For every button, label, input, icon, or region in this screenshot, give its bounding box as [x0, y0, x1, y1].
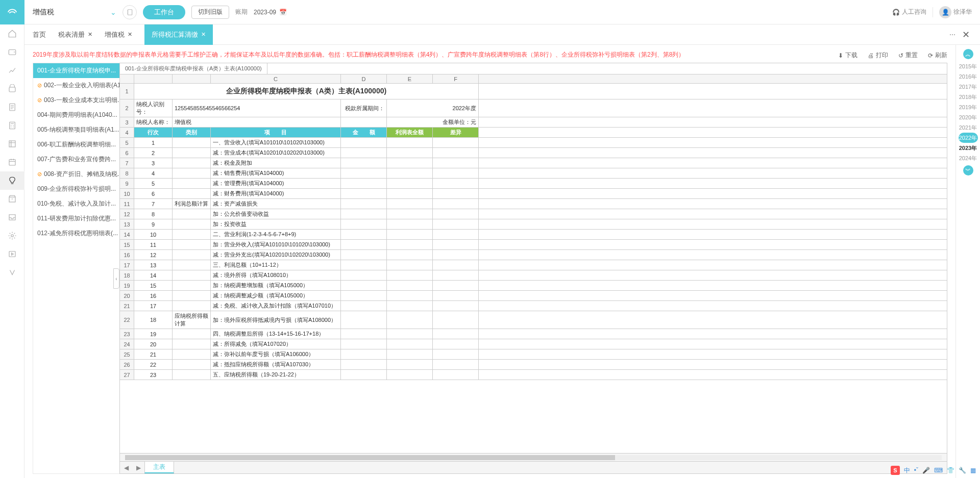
amount-cell[interactable] — [341, 329, 387, 339]
year-down-icon[interactable]: ︾ — [963, 165, 973, 175]
diff-cell[interactable] — [433, 199, 479, 209]
amount-cell[interactable] — [341, 339, 387, 349]
diff-cell[interactable] — [433, 260, 479, 270]
diff-cell[interactable] — [433, 230, 479, 239]
pl-cell[interactable] — [387, 360, 433, 369]
period-picker[interactable]: 2023-09 📅 — [254, 9, 287, 16]
close-icon[interactable]: ✕ — [128, 31, 132, 38]
pl-cell[interactable] — [387, 301, 433, 311]
year-chip[interactable]: 2022年 — [959, 133, 978, 143]
diff-cell[interactable] — [433, 148, 479, 158]
diff-cell[interactable] — [433, 179, 479, 188]
pl-cell[interactable] — [387, 240, 433, 249]
diff-cell[interactable] — [433, 301, 479, 311]
diff-cell[interactable] — [433, 339, 479, 349]
tab-首页[interactable]: 首页 — [33, 24, 46, 45]
rail-tax-icon[interactable] — [0, 171, 24, 190]
tabs-more-icon[interactable]: ⋯ — [949, 31, 955, 38]
rail-calendar-icon[interactable] — [0, 153, 24, 171]
download-button[interactable]: ⬇下载 — [838, 51, 857, 60]
ime-menu-icon[interactable]: ▦ — [970, 467, 976, 474]
diff-cell[interactable] — [433, 291, 479, 300]
sogou-icon[interactable]: S — [891, 466, 900, 475]
diff-cell[interactable] — [433, 370, 479, 380]
year-chip[interactable]: 2021年 — [959, 122, 978, 133]
rail-doc-icon[interactable] — [0, 98, 24, 116]
sheet-body[interactable]: 1企业所得税年度纳税申报表（A类）主表(A100000)2纳税人识别号：1255… — [120, 84, 947, 453]
diff-cell[interactable] — [433, 219, 479, 229]
report-nav-item[interactable]: 001-企业所得税年度纳税申... — [33, 63, 119, 78]
report-nav-item[interactable]: 005-纳税调整项目明细表(A1... — [33, 122, 119, 137]
year-chip[interactable]: 2024年 — [959, 153, 978, 163]
report-nav-item[interactable]: ⊘002-一般企业收入明细表(A1... — [33, 78, 119, 93]
pl-cell[interactable] — [387, 179, 433, 188]
amount-cell[interactable] — [341, 250, 387, 260]
tab-税表清册[interactable]: 税表清册✕ — [58, 24, 92, 45]
amount-cell[interactable] — [341, 148, 387, 158]
rail-form-icon[interactable] — [0, 135, 24, 153]
rail-inbox-icon[interactable] — [0, 208, 24, 227]
diff-cell[interactable] — [433, 189, 479, 198]
rail-video-icon[interactable] — [0, 245, 24, 263]
pl-cell[interactable] — [387, 199, 433, 209]
diff-cell[interactable] — [433, 240, 479, 249]
pl-cell[interactable] — [387, 230, 433, 239]
amount-cell[interactable] — [341, 179, 387, 188]
rail-v-icon[interactable] — [0, 263, 24, 282]
diff-cell[interactable] — [433, 349, 479, 359]
report-nav-item[interactable]: 012-减免所得税优惠明细表(... — [33, 226, 119, 241]
pl-cell[interactable] — [387, 349, 433, 359]
year-chip[interactable]: 2016年 — [959, 71, 978, 82]
pl-cell[interactable] — [387, 219, 433, 229]
amount-cell[interactable] — [341, 360, 387, 369]
ime-skin-icon[interactable]: 👕 — [947, 467, 954, 474]
amount-cell[interactable] — [341, 168, 387, 178]
pl-cell[interactable] — [387, 260, 433, 270]
pl-cell[interactable] — [387, 189, 433, 198]
rail-chart-icon[interactable] — [0, 61, 24, 80]
tab-增值税[interactable]: 增值税✕ — [105, 24, 132, 45]
diff-cell[interactable] — [433, 168, 479, 178]
consult-link[interactable]: 🎧 人工咨询 — [892, 8, 926, 16]
rail-wallet-icon[interactable] — [0, 43, 24, 61]
diff-cell[interactable] — [433, 250, 479, 260]
rail-archive-icon[interactable] — [0, 190, 24, 208]
year-chip[interactable]: 2018年 — [959, 92, 978, 102]
diff-cell[interactable] — [433, 281, 479, 290]
report-nav-item[interactable]: 007-广告费和业务宣传费跨... — [33, 152, 119, 167]
year-chip[interactable]: 2015年 — [959, 61, 978, 71]
horizontal-scrollbar[interactable] — [120, 453, 947, 461]
amount-cell[interactable] — [341, 209, 387, 219]
legacy-button[interactable]: 切到旧版 — [191, 6, 229, 19]
ime-keyboard-icon[interactable]: ⌨ — [934, 467, 943, 474]
rail-settings-icon[interactable] — [0, 227, 24, 245]
report-nav-item[interactable]: 006-职工薪酬纳税调整明细... — [33, 137, 119, 152]
pl-cell[interactable] — [387, 281, 433, 290]
pl-cell[interactable] — [387, 329, 433, 339]
collapse-handle[interactable]: ‹ — [113, 268, 119, 289]
print-button[interactable]: 🖨打印 — [868, 51, 888, 60]
ime-mic-icon[interactable]: 🎤 — [922, 467, 930, 474]
reset-button[interactable]: ↺重置 — [898, 51, 918, 60]
amount-cell[interactable] — [341, 281, 387, 290]
pl-cell[interactable] — [387, 291, 433, 300]
amount-cell[interactable] — [341, 138, 387, 147]
notebook-icon[interactable] — [122, 5, 137, 19]
diff-cell[interactable] — [433, 158, 479, 168]
amount-cell[interactable] — [341, 270, 387, 280]
tab-所得税汇算清缴[interactable]: 所得税汇算清缴✕ — [144, 24, 213, 45]
amount-cell[interactable] — [341, 230, 387, 239]
amount-cell[interactable] — [341, 199, 387, 209]
close-icon[interactable]: ✕ — [201, 31, 206, 38]
sheet-top-tab[interactable]: 001-企业所得税年度纳税申报表（A类）主表(A100000) — [120, 63, 267, 74]
report-nav-item[interactable]: 009-企业所得税弥补亏损明... — [33, 182, 119, 196]
pl-cell[interactable] — [387, 158, 433, 168]
report-nav-item[interactable]: ⊘003-一般企业成本支出明细... — [33, 93, 119, 108]
report-nav-item[interactable]: 004-期间费用明细表(A1040... — [33, 108, 119, 122]
report-nav-item[interactable]: 011-研发费用加计扣除优惠... — [33, 211, 119, 226]
diff-cell[interactable] — [433, 311, 479, 329]
diff-cell[interactable] — [433, 138, 479, 147]
amount-cell[interactable] — [341, 370, 387, 380]
close-icon[interactable]: ✕ — [88, 31, 92, 38]
year-up-icon[interactable]: ︽ — [963, 49, 973, 59]
